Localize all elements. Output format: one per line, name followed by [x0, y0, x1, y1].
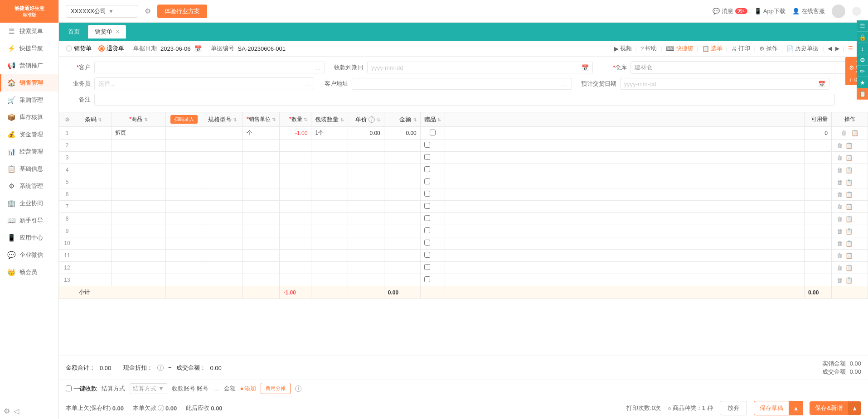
th-spec[interactable]: 规格型号 ⇅	[202, 112, 243, 127]
trial-btn[interactable]: 体验行业方案	[157, 5, 207, 18]
sidebar-item-wechat[interactable]: 💬 企业微信	[0, 246, 58, 264]
far-right-icon-4[interactable]: ⚙	[857, 54, 868, 66]
sidebar-item-search[interactable]: ☰ 搜索菜单	[0, 23, 58, 40]
th-gift[interactable]: 赠品 ⇅	[420, 112, 445, 127]
sidebar-item-guide[interactable]: 📖 新手引导	[0, 212, 58, 229]
discount-info-icon[interactable]: i	[157, 365, 164, 371]
copy-icon[interactable]: 📋	[845, 179, 853, 186]
cell-barcode[interactable]	[75, 127, 112, 140]
delete-icon[interactable]: 🗑	[837, 191, 843, 198]
delete-icon[interactable]: 🗑	[837, 203, 843, 210]
nav-next-btn[interactable]: ▶	[835, 45, 839, 52]
collapse-icon[interactable]: ◁	[14, 407, 19, 415]
far-right-icon-6[interactable]: ★	[857, 77, 868, 88]
price-info-icon[interactable]: i	[369, 116, 375, 123]
delivery-date-input[interactable]: yyyy-mm-dd 📅	[620, 78, 829, 90]
sidebar-item-basics[interactable]: 📋 基础信息	[0, 160, 58, 178]
far-right-icon-2[interactable]: 🔒	[857, 32, 868, 43]
th-product[interactable]: *商品 ⇅	[112, 112, 166, 127]
overdue-info-icon[interactable]: i	[158, 405, 164, 411]
copy-icon[interactable]: 📋	[845, 203, 853, 210]
delete-icon[interactable]: 🗑	[837, 167, 843, 173]
far-right-icon-5[interactable]: ✏	[857, 66, 868, 77]
abandon-btn[interactable]: 放弃	[720, 401, 747, 415]
copy-icon[interactable]: 📋	[845, 240, 853, 247]
save-draft-btn[interactable]: 保存草稿	[754, 401, 789, 415]
settings-bottom-icon[interactable]: ⚙	[4, 407, 10, 415]
topbar-gear-icon[interactable]: ⚙	[143, 5, 153, 17]
customer-addr-input[interactable]: …	[352, 78, 572, 90]
th-pkg-qty[interactable]: 包装数量 ⇅	[311, 112, 348, 127]
service-btn[interactable]: 👤 在线客服	[792, 7, 825, 15]
radio-return[interactable]: 退货单	[98, 44, 124, 53]
sidebar-item-marketing[interactable]: 📢 营销推广	[0, 57, 58, 74]
video-btn[interactable]: ▶ 视频	[614, 44, 632, 53]
cell-amount[interactable]: 0.00	[384, 127, 420, 140]
copy-icon[interactable]: 📋	[851, 130, 858, 136]
sidebar-item-operations[interactable]: 📊 经营管理	[0, 143, 58, 160]
customer-dots-icon[interactable]: …	[315, 64, 321, 71]
delete-icon[interactable]: 🗑	[837, 142, 843, 149]
scan-button[interactable]: 扫码录入	[170, 115, 198, 124]
calendar-icon[interactable]: 📅	[194, 45, 202, 52]
th-qty[interactable]: *数量 ⇅	[280, 112, 311, 127]
far-right-icon-7[interactable]: 📋	[857, 88, 868, 100]
far-right-icon-3[interactable]: ↕	[857, 43, 868, 54]
avatar[interactable]	[832, 5, 845, 18]
delete-icon[interactable]: 🗑	[837, 216, 843, 222]
sidebar-item-purchase[interactable]: 🛒 采购管理	[0, 92, 58, 109]
salesperson-input[interactable]: 选择... …	[94, 77, 314, 90]
app-download-btn[interactable]: 📱 App下载	[754, 7, 786, 15]
tab-home[interactable]: 首页	[61, 24, 87, 39]
cell-product[interactable]: 拆页	[112, 127, 166, 140]
tab-sales-order[interactable]: 销货单 ×	[88, 25, 126, 39]
sidebar-item-apps[interactable]: 📱 应用中心	[0, 229, 58, 246]
copy-icon[interactable]: 📋	[845, 216, 853, 222]
delete-icon[interactable]: 🗑	[837, 265, 843, 271]
shortcut-btn[interactable]: ⌨ 快捷键	[666, 44, 693, 53]
delete-icon[interactable]: 🗑	[837, 179, 843, 186]
sidebar-item-enterprise[interactable]: 🏢 企业协同	[0, 195, 58, 212]
help-btn[interactable]: ? 帮助	[640, 44, 657, 53]
add-btn[interactable]: ● 添加	[240, 385, 257, 393]
copy-icon[interactable]: 📋	[845, 277, 853, 284]
th-unit[interactable]: *销售单位 ⇅	[243, 112, 280, 127]
salesperson-dots-icon[interactable]: …	[304, 81, 310, 87]
save-new-arrow-btn[interactable]: ▲	[848, 401, 861, 415]
cell-unit[interactable]: 个	[243, 127, 280, 140]
cell-qty[interactable]: -1.00	[280, 127, 311, 140]
th-barcode[interactable]: 条码 ⇅	[75, 112, 112, 127]
sidebar-item-finance[interactable]: 💰 资金管理	[0, 126, 58, 143]
fee-info-icon[interactable]: i	[295, 385, 301, 392]
avatar-2[interactable]	[852, 7, 861, 16]
company-selector[interactable]: XXXXXX公司 ▼	[66, 5, 138, 18]
sidebar-item-sales[interactable]: 🏠 销售管理	[0, 74, 58, 92]
delete-icon[interactable]: 🗑	[841, 130, 847, 136]
th-amount[interactable]: 金额 ⇅	[384, 112, 420, 127]
copy-icon[interactable]: 📋	[845, 191, 853, 198]
history-btn[interactable]: 📄 历史单据	[786, 44, 819, 53]
due-date-calendar-icon[interactable]: 📅	[582, 64, 589, 71]
far-right-icon-1[interactable]: ☰	[857, 20, 868, 32]
select-btn[interactable]: 📋 选单	[702, 44, 723, 53]
message-btn[interactable]: 💬 消息 99+	[713, 7, 747, 15]
print-btn[interactable]: 🖨 打印	[731, 44, 750, 53]
cell-note[interactable]	[445, 127, 805, 140]
operation-btn[interactable]: ⚙ 操作	[759, 44, 778, 53]
addr-dots-icon[interactable]: …	[562, 81, 568, 87]
nav-prev-btn[interactable]: ◀	[828, 45, 832, 52]
sidebar-item-member[interactable]: 👑 畅会员	[0, 264, 58, 281]
th-price[interactable]: 单价 i ⇅	[348, 112, 384, 127]
copy-icon[interactable]: 📋	[845, 252, 853, 259]
sidebar-item-system[interactable]: ⚙ 系统管理	[0, 178, 58, 195]
delete-icon[interactable]: 🗑	[837, 228, 843, 235]
cell-spec[interactable]	[202, 127, 243, 140]
copy-icon[interactable]: 📋	[845, 265, 853, 271]
delete-icon[interactable]: 🗑	[837, 277, 843, 284]
calc-method-selector[interactable]: 结算方式 ▼	[130, 383, 167, 394]
save-draft-arrow-btn[interactable]: ▲	[789, 401, 803, 415]
cell-price[interactable]: 0.00	[348, 127, 384, 140]
delete-icon[interactable]: 🗑	[837, 240, 843, 247]
customer-input[interactable]: …	[94, 62, 325, 73]
radio-sale[interactable]: 销货单	[66, 44, 92, 53]
